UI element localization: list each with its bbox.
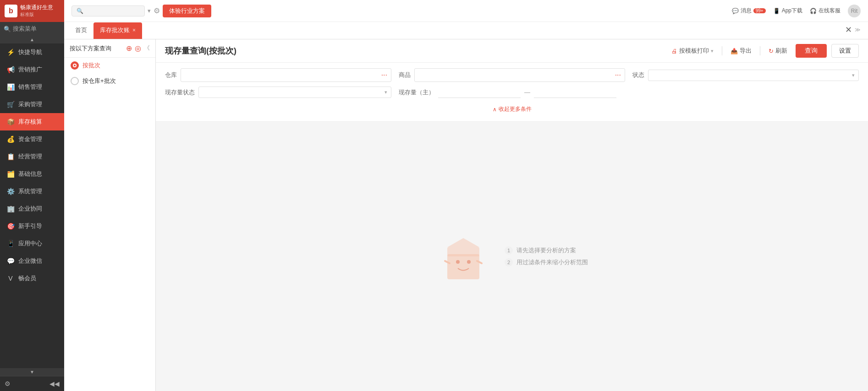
operations-icon: 📋	[6, 152, 15, 161]
message-btn[interactable]: 💬 消息 99+	[732, 7, 766, 15]
sidebar-item-enterprise-wx[interactable]: 💬 企业微信	[0, 252, 64, 270]
sales-icon: 📊	[6, 83, 15, 91]
sidebar-item-newcomer[interactable]: 🎯 新手引导	[0, 217, 64, 235]
collapse-panel-icon[interactable]: 《	[144, 44, 150, 53]
user-avatar-btn[interactable]: Rit	[848, 5, 861, 17]
panel-expand-icon[interactable]: ≫	[855, 27, 861, 33]
product-dots-btn[interactable]: ···	[615, 71, 621, 79]
sidebar-item-label: 销售管理	[18, 83, 42, 91]
sidebar-item-system[interactable]: ⚙️ 系统管理	[0, 183, 64, 200]
scheme-by-warehouse-batch-label: 按仓库+批次	[82, 77, 116, 85]
edition-label: 标准版	[20, 11, 53, 18]
sidebar-item-finance[interactable]: 💰 资金管理	[0, 130, 64, 148]
tab-close-btn[interactable]: ×	[132, 27, 136, 33]
topbar-search-bar[interactable]: 🔍	[71, 5, 145, 16]
search-icon: 🔍	[4, 26, 11, 33]
enterprise-wx-icon: 💬	[6, 257, 15, 265]
settings-footer-icon[interactable]: ⚙	[5, 380, 11, 387]
scheme-settings-icon[interactable]: ◎	[135, 44, 141, 53]
main-area: 🔍 ▾ ⚙ 体验行业方案 💬 消息 99+ 📱 App下载 🎧 在线客服	[64, 0, 868, 391]
left-panel-actions: ⊕ ◎ 《	[126, 44, 150, 53]
app-download-btn[interactable]: 📱 App下载	[773, 7, 802, 15]
status-dropdown-box[interactable]: ▾	[648, 70, 859, 81]
warehouse-input-box[interactable]: ···	[181, 68, 391, 82]
tab-home-label: 首页	[75, 26, 87, 34]
tip-num-2: 2	[505, 258, 513, 266]
filter-warehouse: 仓库 ···	[165, 68, 391, 82]
active-dot-svg	[72, 63, 77, 68]
topbar-dropdown-icon[interactable]: ▾	[148, 7, 151, 14]
right-panel: 现存量查询(按批次) 🖨 按模板打印 ▾ 📤 导出 ↻	[156, 39, 868, 391]
warehouse-dots-btn[interactable]: ···	[381, 71, 387, 79]
stock-status-label: 现存量状态	[165, 88, 195, 97]
left-panel-header: 按以下方案查询 ⊕ ◎ 《	[64, 39, 155, 58]
trial-btn[interactable]: 体验行业方案	[163, 5, 211, 17]
filter-row-1: 仓库 ··· 商品 ··· 状态	[165, 68, 859, 82]
topbar-settings-icon[interactable]: ⚙	[154, 6, 160, 15]
svg-point-1	[74, 65, 76, 66]
sidebar-item-inventory[interactable]: 📦 库存核算	[0, 113, 64, 130]
filter-area: 仓库 ··· 商品 ··· 状态	[156, 63, 868, 122]
product-input-box[interactable]: ···	[414, 68, 625, 82]
active-scheme-icon	[71, 61, 79, 70]
scroll-down-btn[interactable]: ▼	[0, 368, 64, 376]
query-btn[interactable]: 查询	[796, 44, 827, 58]
sidebar-item-vip[interactable]: V 畅会员	[0, 270, 64, 287]
sidebar-item-operations[interactable]: 📋 经营管理	[0, 148, 64, 165]
topbar-search-icon: 🔍	[77, 8, 83, 14]
stock-qty-dash: —	[524, 89, 530, 96]
finance-icon: 💰	[6, 135, 15, 143]
left-panel-item-by-warehouse-batch[interactable]: 按仓库+批次	[64, 73, 155, 89]
scroll-up-btn[interactable]: ▲	[0, 36, 64, 43]
message-badge: 99+	[753, 8, 766, 13]
empty-tip-2: 2 用过滤条件来缩小分析范围	[505, 258, 588, 266]
panel-close-btn[interactable]: ✕	[845, 25, 852, 35]
empty-tip-1: 1 请先选择要分析的方案	[505, 246, 588, 255]
stock-status-dropdown-box[interactable]: ▾	[198, 87, 391, 98]
newcomer-icon: 🎯	[6, 222, 15, 230]
stock-qty-to-input[interactable]	[534, 87, 616, 98]
sidebar-item-sales[interactable]: 📊 销售管理	[0, 78, 64, 96]
sidebar-item-label: 应用中心	[18, 239, 42, 248]
settings-btn[interactable]: 设置	[831, 44, 859, 58]
left-panel-header-label: 按以下方案查询	[70, 44, 111, 53]
online-service-btn[interactable]: 🎧 在线客服	[810, 7, 841, 15]
enterprise-icon: 🏢	[6, 205, 15, 213]
sidebar-item-label: 企业微信	[18, 257, 42, 265]
search-label: 搜索菜单	[13, 25, 37, 33]
stock-qty-from-input[interactable]	[438, 87, 521, 98]
print-btn[interactable]: 🖨 按模板打印 ▾	[668, 45, 717, 57]
basics-icon: 🗂️	[6, 170, 15, 178]
export-btn[interactable]: 📤 导出	[727, 45, 755, 57]
filter-row-2: 现存量状态 ▾ 现存量（主） —	[165, 87, 859, 98]
sidebar-item-purchase[interactable]: 🛒 采购管理	[0, 96, 64, 113]
svg-rect-3	[447, 247, 479, 256]
print-dropdown-icon[interactable]: ▾	[711, 48, 714, 54]
sidebar-search[interactable]: 🔍 搜索菜单	[0, 22, 64, 36]
stock-status-dropdown-icon[interactable]: ▾	[385, 89, 387, 95]
svg-rect-2	[447, 254, 479, 279]
refresh-btn[interactable]: ↻ 刷新	[765, 45, 791, 57]
filter-product: 商品 ···	[399, 68, 625, 82]
sidebar-item-quick-nav[interactable]: ⚡ 快捷导航	[0, 43, 64, 61]
collapse-more-btn[interactable]: ∧ 收起更多条件	[165, 103, 859, 116]
svg-point-5	[456, 260, 460, 264]
sidebar-item-app-center[interactable]: 📱 应用中心	[0, 235, 64, 252]
tab-home[interactable]: 首页	[69, 22, 93, 39]
inactive-scheme-icon	[71, 77, 79, 85]
sidebar-item-enterprise[interactable]: 🏢 企业协同	[0, 200, 64, 217]
export-icon: 📤	[731, 48, 738, 54]
tab-active-label: 库存批次账	[100, 26, 130, 34]
app-center-icon: 📱	[6, 239, 15, 248]
sidebar: b 畅康通好生意 标准版 🔍 搜索菜单 ▲ ⚡ 快捷导航 📢 营销推广 📊 销售…	[0, 0, 64, 391]
brand-name: 畅康通好生意	[20, 4, 53, 11]
sidebar-item-label: 资金管理	[18, 135, 42, 143]
status-dropdown-icon[interactable]: ▾	[852, 72, 855, 78]
add-scheme-icon[interactable]: ⊕	[126, 44, 132, 53]
left-panel-item-by-batch[interactable]: 按批次	[64, 58, 155, 73]
collapse-sidebar-icon[interactable]: ◀◀	[49, 380, 60, 387]
sidebar-footer: ⚙ ◀◀	[0, 376, 64, 391]
sidebar-item-basics[interactable]: 🗂️ 基础信息	[0, 165, 64, 183]
tab-inventory-batch[interactable]: 库存批次账 ×	[93, 22, 142, 39]
sidebar-item-marketing[interactable]: 📢 营销推广	[0, 61, 64, 78]
